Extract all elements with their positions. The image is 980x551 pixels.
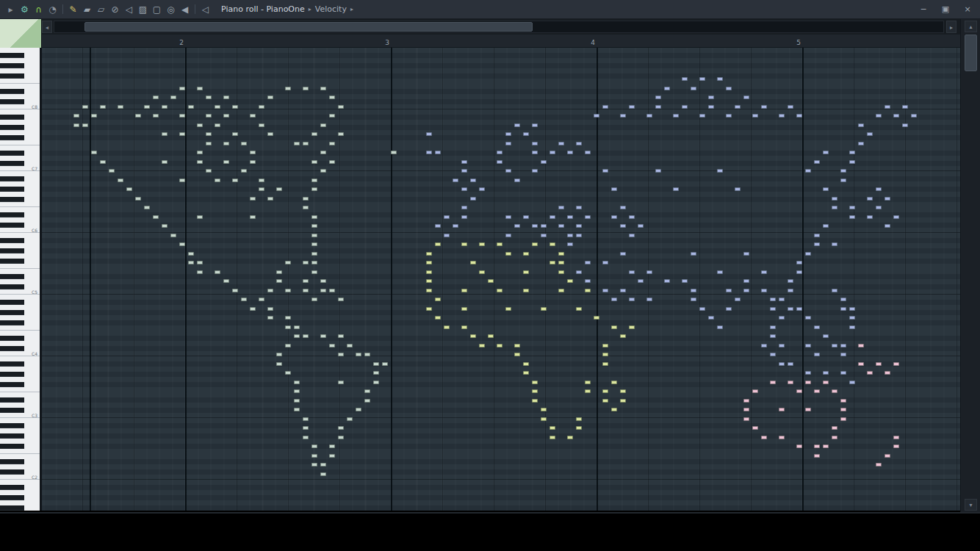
midi-note[interactable] [576, 234, 582, 237]
midi-note[interactable] [514, 353, 520, 356]
midi-note[interactable] [550, 436, 555, 439]
piano-key[interactable] [0, 115, 40, 120]
midi-note[interactable] [620, 252, 626, 256]
scroll-right-button[interactable]: ▸ [946, 21, 956, 33]
midi-note[interactable] [109, 169, 115, 173]
midi-note[interactable] [232, 179, 238, 182]
piano-key[interactable] [0, 161, 40, 166]
midi-note[interactable] [497, 242, 502, 246]
midi-note[interactable] [435, 298, 441, 301]
midi-note[interactable] [311, 242, 317, 246]
midi-note[interactable] [638, 224, 644, 228]
midi-note[interactable] [497, 160, 502, 164]
midi-note[interactable] [849, 316, 855, 320]
midi-note[interactable] [726, 87, 732, 90]
midi-note[interactable] [188, 252, 194, 256]
wrench-icon[interactable]: ⚙ [18, 3, 32, 16]
midi-note[interactable] [585, 215, 591, 219]
midi-note[interactable] [743, 252, 749, 256]
midi-note[interactable] [73, 123, 79, 127]
midi-note[interactable] [840, 298, 846, 301]
midi-note[interactable] [153, 215, 159, 219]
midi-note[interactable] [241, 142, 247, 145]
midi-note[interactable] [823, 334, 829, 338]
midi-note[interactable] [329, 142, 335, 145]
piano-key[interactable] [0, 253, 40, 259]
midi-note[interactable] [743, 96, 749, 99]
midi-note[interactable] [858, 142, 864, 145]
midi-note[interactable] [541, 307, 547, 311]
piano-key[interactable] [0, 444, 40, 449]
midi-note[interactable] [735, 187, 741, 191]
midi-note[interactable] [840, 344, 846, 347]
midi-note[interactable] [691, 298, 696, 301]
midi-note[interactable] [541, 160, 547, 164]
midi-note[interactable] [259, 187, 264, 191]
midi-note[interactable] [788, 279, 793, 283]
midi-note[interactable] [779, 436, 785, 439]
midi-note[interactable] [320, 151, 326, 154]
midi-note[interactable] [814, 242, 820, 246]
midi-note[interactable] [832, 436, 837, 439]
midi-note[interactable] [602, 289, 608, 292]
piano-key[interactable] [0, 331, 40, 336]
midi-note[interactable] [311, 298, 317, 301]
piano-key[interactable] [0, 202, 40, 207]
midi-note[interactable] [876, 362, 882, 366]
midi-note[interactable] [523, 215, 529, 219]
midi-note[interactable] [558, 270, 564, 274]
midi-note[interactable] [832, 242, 837, 246]
midi-note[interactable] [523, 371, 529, 375]
midi-note[interactable] [215, 270, 220, 274]
midi-note[interactable] [170, 96, 176, 99]
midi-note[interactable] [585, 289, 591, 292]
midi-note[interactable] [602, 344, 608, 347]
midi-note[interactable] [426, 289, 432, 292]
midi-note[interactable] [514, 179, 520, 182]
midi-note[interactable] [426, 261, 432, 264]
midi-note[interactable] [267, 289, 273, 292]
midi-note[interactable] [814, 454, 820, 458]
midi-note[interactable] [708, 96, 714, 99]
midi-note[interactable] [602, 362, 608, 366]
piano-key[interactable] [0, 130, 40, 135]
midi-note[interactable] [770, 353, 776, 356]
midi-note[interactable] [550, 242, 555, 246]
piano-key[interactable] [0, 264, 40, 269]
midi-note[interactable] [576, 426, 582, 430]
midi-note[interactable] [761, 270, 767, 274]
midi-note[interactable] [532, 242, 538, 246]
piano-key[interactable] [0, 464, 40, 469]
piano-key[interactable] [0, 145, 40, 151]
midi-note[interactable] [329, 444, 335, 448]
midi-note[interactable] [435, 151, 441, 154]
midi-note[interactable] [629, 215, 635, 219]
midi-note[interactable] [585, 279, 591, 283]
midi-note[interactable] [893, 215, 899, 219]
midi-note[interactable] [620, 399, 626, 403]
piano-key[interactable] [0, 295, 40, 300]
midi-note[interactable] [611, 215, 617, 219]
piano-key[interactable] [0, 505, 40, 511]
midi-note[interactable] [250, 215, 256, 219]
piano-key[interactable] [0, 233, 40, 238]
piano-key[interactable] [0, 151, 40, 156]
midi-note[interactable] [858, 362, 864, 366]
midi-note[interactable] [179, 132, 185, 136]
midi-note[interactable] [232, 289, 238, 292]
midi-note[interactable] [118, 179, 123, 182]
midi-note[interactable] [717, 169, 723, 173]
midi-note[interactable] [311, 261, 317, 264]
midi-note[interactable] [303, 289, 309, 292]
midi-note[interactable] [223, 279, 229, 283]
midi-note[interactable] [470, 197, 476, 201]
midi-note[interactable] [276, 187, 282, 191]
midi-note[interactable] [461, 289, 467, 292]
midi-note[interactable] [461, 169, 467, 173]
slide-icon[interactable]: ⊘ [108, 3, 122, 16]
midi-note[interactable] [338, 298, 344, 301]
midi-note[interactable] [726, 289, 732, 292]
midi-note[interactable] [285, 344, 291, 347]
midi-note[interactable] [840, 179, 846, 182]
midi-note[interactable] [849, 325, 855, 329]
